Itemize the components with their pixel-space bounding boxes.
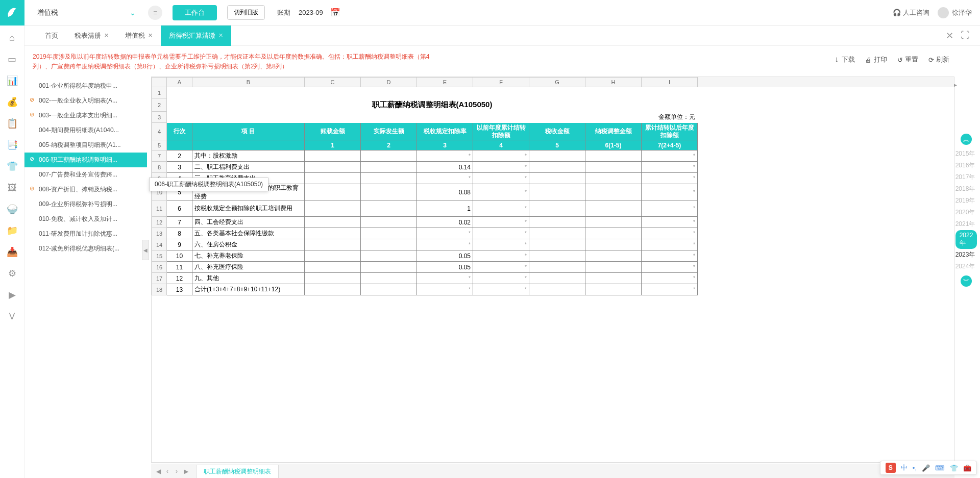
close-all-icon[interactable]: ✕ [946, 30, 953, 41]
consult-link[interactable]: 🎧 人工咨询 [893, 8, 929, 17]
year-item[interactable]: 2021年 [955, 218, 977, 230]
cell[interactable] [585, 284, 642, 295]
row-header[interactable]: 5 [152, 140, 167, 150]
cell[interactable]: * [642, 200, 698, 217]
cell[interactable] [585, 228, 642, 239]
cell[interactable]: 6 [167, 200, 192, 217]
cell[interactable]: 8 [167, 228, 192, 239]
cell[interactable] [305, 162, 361, 173]
cell[interactable] [585, 162, 642, 173]
cell[interactable] [361, 273, 417, 284]
cell[interactable]: 累计结转以后年度扣除额 [642, 123, 698, 140]
form-list-item[interactable]: 007-广告费和业务宣传费跨... [24, 167, 147, 182]
cell[interactable]: * [642, 250, 698, 262]
image-icon[interactable]: 🖼 [6, 182, 18, 194]
sheet-expand-icon[interactable]: ▸ [953, 81, 962, 89]
form-list-item[interactable]: 005-纳税调整项目明细表(A1... [24, 138, 147, 153]
ime-lang[interactable]: 中 [901, 463, 908, 472]
col-header[interactable]: E [417, 77, 473, 87]
close-icon[interactable]: ✕ [218, 32, 223, 39]
year-item[interactable]: 2023年 [955, 249, 977, 261]
user-menu[interactable]: 徐泽华 [938, 7, 972, 18]
cell[interactable] [167, 87, 698, 98]
cell[interactable] [529, 273, 585, 284]
form-list-item[interactable]: ⊘003-一般企业成本支出明细... [24, 108, 147, 123]
row-header[interactable]: 8 [152, 162, 167, 173]
cell[interactable] [585, 200, 642, 217]
row-header[interactable]: 11 [152, 200, 167, 217]
cell[interactable]: 0.05 [417, 262, 473, 273]
cell[interactable]: 二、职工福利费支出 [192, 162, 305, 173]
sheet-corner[interactable] [152, 77, 167, 87]
cell[interactable]: * [417, 228, 473, 239]
cell[interactable]: 1 [417, 200, 473, 217]
cell[interactable] [361, 150, 417, 162]
video-icon[interactable]: ▶ [6, 289, 18, 301]
cell[interactable]: * [417, 150, 473, 162]
cell[interactable] [361, 184, 417, 200]
tab-首页[interactable]: 首页 [37, 26, 66, 46]
sheet-tab[interactable]: 职工薪酬纳税调整明细表 [196, 465, 279, 478]
cell[interactable]: 6(1-5) [585, 140, 642, 150]
cell[interactable]: 3 [167, 162, 192, 173]
cell[interactable] [305, 200, 361, 217]
cell[interactable] [585, 173, 642, 184]
sheet-nav-last[interactable]: ▶ [182, 468, 190, 475]
cell[interactable] [585, 150, 642, 162]
row-header[interactable]: 12 [152, 217, 167, 228]
cell[interactable]: 六、住房公积金 [192, 239, 305, 250]
clipboard-icon[interactable]: 📋 [6, 117, 18, 130]
cell[interactable] [361, 284, 417, 295]
cell[interactable]: 11 [167, 262, 192, 273]
cell[interactable]: * [642, 217, 698, 228]
form-list-item[interactable]: ⊘002-一般企业收入明细表(A... [24, 93, 147, 108]
year-item[interactable]: 2015年 [955, 148, 977, 160]
cell[interactable] [361, 173, 417, 184]
cell[interactable]: 3 [417, 140, 473, 150]
cell[interactable]: * [417, 284, 473, 295]
cell[interactable] [305, 184, 361, 200]
cell[interactable] [585, 239, 642, 250]
cell[interactable]: 五、各类基本社会保障性缴款 [192, 228, 305, 239]
app-logo[interactable] [0, 0, 24, 26]
cell[interactable]: * [417, 273, 473, 284]
row-header[interactable]: 3 [152, 112, 167, 123]
ime-keyboard-icon[interactable]: ⌨ [935, 464, 945, 472]
form-list-item[interactable]: ⊘008-资产折旧、摊销及纳税... [24, 182, 147, 197]
cell[interactable] [361, 262, 417, 273]
cell[interactable]: 税收金额 [529, 123, 585, 140]
cell[interactable]: * [642, 228, 698, 239]
form-list-item[interactable]: 001-企业所得税年度纳税申... [24, 79, 147, 93]
cell[interactable] [529, 184, 585, 200]
tab-税表清册[interactable]: 税表清册✕ [66, 26, 117, 46]
report-icon[interactable]: 📑 [6, 139, 18, 151]
cell[interactable] [305, 239, 361, 250]
year-item[interactable]: 2016年 [955, 160, 977, 171]
home-icon[interactable]: ⌂ [6, 32, 18, 44]
gear-icon[interactable]: ⚙ [6, 267, 18, 280]
cell[interactable]: 纳税调整金额 [585, 123, 642, 140]
cell[interactable] [529, 150, 585, 162]
cell[interactable]: * [473, 150, 529, 162]
row-header[interactable]: 13 [152, 228, 167, 239]
cell[interactable]: 八、补充医疗保险 [192, 262, 305, 273]
cell[interactable]: 10 [167, 250, 192, 262]
cell[interactable]: 0.14 [417, 162, 473, 173]
cell[interactable]: * [642, 162, 698, 173]
cell[interactable]: * [473, 200, 529, 217]
cell[interactable]: * [473, 228, 529, 239]
shirt-icon[interactable]: 👕 [6, 160, 18, 172]
expand-icon[interactable]: ⛶ [961, 30, 970, 41]
cell[interactable] [529, 284, 585, 295]
cell[interactable]: * [473, 184, 529, 200]
row-header[interactable]: 18 [152, 284, 167, 295]
cell[interactable]: * [642, 273, 698, 284]
col-header[interactable]: D [361, 77, 417, 87]
bowl-icon[interactable]: 🍚 [6, 203, 18, 215]
cell[interactable] [585, 262, 642, 273]
cell[interactable] [305, 273, 361, 284]
cell[interactable]: * [642, 184, 698, 200]
row-header[interactable]: 14 [152, 239, 167, 250]
cell[interactable]: 行次 [167, 123, 192, 140]
cell[interactable]: 七、补充养老保险 [192, 250, 305, 262]
